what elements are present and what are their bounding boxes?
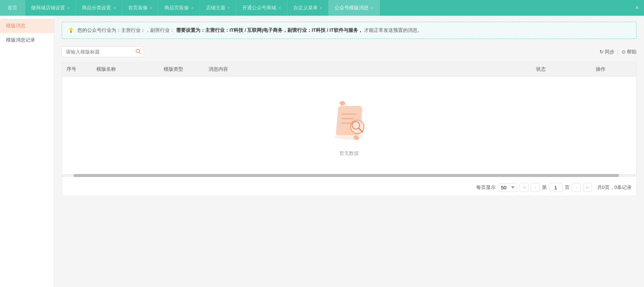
nav-tab-shop-theme[interactable]: 店铺主题 × bbox=[200, 0, 236, 16]
close-template-msg-icon[interactable]: × bbox=[371, 6, 373, 10]
close-product-decor-icon[interactable]: × bbox=[191, 6, 193, 10]
close-open-mall-icon[interactable]: × bbox=[278, 6, 281, 10]
sidebar-item-template-msg-label: 模版消息 bbox=[6, 23, 25, 28]
notice-prefix: 您的公众号行业为：主营行业：，副营行业： bbox=[77, 28, 175, 33]
page-size-select[interactable]: 10 20 50 100 bbox=[498, 183, 517, 192]
help-label: 帮助 bbox=[627, 49, 637, 55]
nav-tab-shop-settings[interactable]: 微商城店铺设置 × bbox=[25, 0, 76, 16]
last-page-button[interactable]: ⊳ bbox=[583, 183, 592, 192]
nav-tab-category-settings[interactable]: 商品分类设置 × bbox=[76, 0, 122, 16]
notice-suffix: 才能正常发送预置的消息。 bbox=[364, 28, 422, 33]
close-shop-theme-icon[interactable]: × bbox=[228, 6, 230, 10]
col-header-index: 序号 bbox=[62, 66, 92, 73]
prev-page-button[interactable]: ‹ bbox=[531, 183, 540, 192]
search-input-wrap bbox=[62, 46, 144, 57]
sync-icon: ↻ bbox=[600, 49, 604, 55]
empty-state: 暂无数据 bbox=[62, 77, 636, 172]
close-custom-menu-icon[interactable]: × bbox=[320, 6, 322, 10]
col-header-type: 模版类型 bbox=[159, 66, 204, 73]
sync-label: 同步 bbox=[605, 49, 614, 55]
scroll-thumb[interactable] bbox=[74, 174, 619, 177]
nav-tab-open-mall-label: 开通公众号商城 bbox=[242, 4, 276, 11]
help-icon: ⊙ bbox=[622, 49, 626, 55]
total-label: 共0页，0条记录 bbox=[597, 184, 632, 191]
nav-tab-template-msg-label: 公众号模版消息 bbox=[335, 4, 369, 11]
search-button[interactable] bbox=[136, 49, 141, 55]
col-header-name: 模版名称 bbox=[92, 66, 159, 73]
nav-tab-shop-theme-label: 店铺主题 bbox=[206, 4, 225, 11]
page-label-before: 第 bbox=[542, 184, 547, 191]
close-category-settings-icon[interactable]: × bbox=[113, 6, 115, 10]
svg-point-9 bbox=[354, 123, 355, 125]
nav-tab-category-settings-label: 商品分类设置 bbox=[82, 4, 111, 11]
help-button[interactable]: ⊙ 帮助 bbox=[622, 49, 637, 55]
empty-illustration bbox=[327, 99, 372, 144]
col-header-action: 操作 bbox=[591, 66, 636, 73]
col-header-content: 消息内容 bbox=[204, 66, 531, 73]
nav-tab-template-msg[interactable]: 公众号模版消息 × bbox=[329, 0, 379, 16]
notice-highlight: 需要设置为：主营行业：IT科技 / 互联网|电子商务，副营行业：IT科技 / I… bbox=[176, 28, 363, 33]
content-area: 💡 您的公众号行业为：主营行业：，副营行业： 需要设置为：主营行业：IT科技 /… bbox=[54, 16, 644, 287]
sidebar-item-template-msg[interactable]: 模版消息 bbox=[0, 19, 54, 33]
search-input[interactable] bbox=[62, 46, 144, 57]
search-actions: ↻ 同步 | ⊙ 帮助 bbox=[600, 49, 637, 55]
data-table: 序号 模版名称 模版类型 消息内容 状态 操作 bbox=[62, 62, 637, 196]
table-header: 序号 模版名称 模版类型 消息内容 状态 操作 bbox=[62, 62, 636, 77]
main-layout: 模版消息 模版消息记录 💡 您的公众号行业为：主营行业：，副营行业： 需要设置为… bbox=[0, 16, 644, 287]
sidebar-item-template-msg-log-label: 模版消息记录 bbox=[6, 37, 35, 43]
page-size-label: 每页显示 bbox=[476, 184, 496, 191]
nav-tab-custom-menu-label: 自定义菜单 bbox=[293, 4, 318, 11]
nav-tab-homepage-decor-label: 首页装修 bbox=[128, 4, 148, 11]
nav-tab-product-decor[interactable]: 商品页装修 × bbox=[158, 0, 200, 16]
horizontal-scrollbar[interactable] bbox=[62, 174, 636, 177]
page-number-input[interactable] bbox=[549, 183, 563, 192]
nav-tab-product-decor-label: 商品页装修 bbox=[164, 4, 189, 11]
top-nav: 首页 微商城店铺设置 × 商品分类设置 × 首页装修 × 商品页装修 × 店铺主… bbox=[0, 0, 644, 16]
svg-line-1 bbox=[139, 52, 141, 54]
sidebar: 模版消息 模版消息记录 bbox=[0, 16, 54, 287]
first-page-button[interactable]: ⊲ bbox=[520, 183, 529, 192]
close-all-button[interactable]: × bbox=[630, 4, 644, 11]
close-shop-settings-icon[interactable]: × bbox=[67, 6, 70, 10]
pagination: 每页显示 10 20 50 100 ⊲ ‹ 第 页 › ⊳ 共0页，0条记录 bbox=[62, 179, 636, 196]
nav-tab-home[interactable]: 首页 bbox=[0, 0, 25, 16]
nav-tab-home-label: 首页 bbox=[7, 4, 17, 11]
page-label-after: 页 bbox=[565, 184, 570, 191]
col-header-status: 状态 bbox=[531, 66, 591, 73]
action-divider: | bbox=[617, 49, 619, 55]
notice-icon: 💡 bbox=[68, 28, 74, 33]
notice-box: 💡 您的公众号行业为：主营行业：，副营行业： 需要设置为：主营行业：IT科技 /… bbox=[62, 22, 637, 39]
next-page-button[interactable]: › bbox=[572, 183, 581, 192]
search-bar: ↻ 同步 | ⊙ 帮助 bbox=[62, 46, 637, 57]
sidebar-item-template-msg-log[interactable]: 模版消息记录 bbox=[0, 33, 54, 47]
nav-tab-homepage-decor[interactable]: 首页装修 × bbox=[122, 0, 158, 16]
empty-text: 暂无数据 bbox=[339, 150, 359, 157]
nav-tab-open-mall[interactable]: 开通公众号商城 × bbox=[236, 0, 287, 16]
close-homepage-decor-icon[interactable]: × bbox=[150, 6, 152, 10]
nav-tab-shop-settings-label: 微商城店铺设置 bbox=[31, 4, 65, 11]
sync-button[interactable]: ↻ 同步 bbox=[600, 49, 614, 55]
nav-tab-custom-menu[interactable]: 自定义菜单 × bbox=[287, 0, 329, 16]
